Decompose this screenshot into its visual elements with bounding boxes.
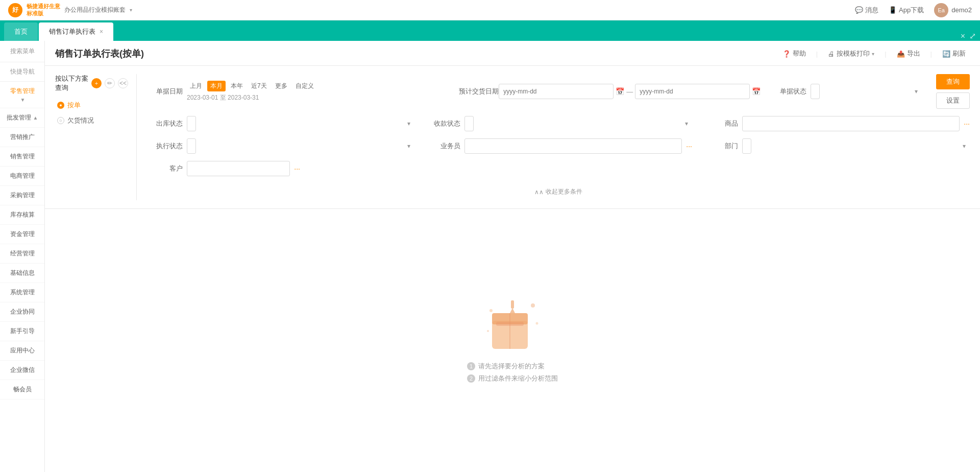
query-btn-group: 查询 设置 [936, 74, 970, 109]
svg-point-6 [536, 322, 538, 324]
operations-label: 经营管理 [10, 249, 35, 258]
expected-date-end[interactable] [635, 84, 750, 99]
scheme-shortage[interactable]: ○ 欠货情况 [55, 113, 128, 128]
sidebar-item-basic[interactable]: 基础信息 [0, 264, 44, 283]
goods-dots-icon[interactable]: ··· [964, 120, 970, 128]
date-tab-custom[interactable]: 自定义 [292, 81, 317, 91]
date-tab-this-month[interactable]: 本月 [207, 81, 226, 91]
export-label: 导出 [907, 49, 920, 58]
window-close-btn[interactable]: × [961, 32, 965, 41]
svg-point-7 [487, 330, 489, 332]
goods-input[interactable] [742, 116, 960, 131]
date-tab-more[interactable]: 更多 [272, 81, 290, 91]
user-name: demo2 [951, 6, 972, 14]
sidebar-item-finance[interactable]: 资金管理 [0, 225, 44, 244]
scheme-by-order[interactable]: ● 按单 [55, 98, 128, 113]
tab-close-icon[interactable]: × [100, 28, 103, 35]
single-status-select[interactable] [811, 84, 820, 99]
print-dropdown-icon[interactable]: ▾ [872, 51, 874, 57]
dept-select[interactable] [742, 138, 751, 154]
topbar: 好 畅捷通好生意 标准版 办公用品行业模拟账套 ▾ 💬 消息 📱 App下载 E… [0, 0, 980, 20]
sidebar-item-marketing[interactable]: 营销推广 [0, 128, 44, 147]
app-download-btn[interactable]: 📱 App下载 [889, 6, 924, 15]
date-tab-last-month[interactable]: 上月 [187, 81, 205, 91]
logo-icon: 好 [8, 3, 22, 17]
logo-text: 畅捷通好生意 标准版 [27, 3, 60, 16]
marketing-label: 营销推广 [10, 133, 35, 141]
add-scheme-btn[interactable]: + [91, 78, 102, 88]
window-expand-btn[interactable]: ⤢ [969, 31, 976, 41]
calendar-end-icon[interactable]: 📅 [752, 87, 761, 96]
newbie-label: 新手引导 [10, 327, 35, 336]
salesman-input[interactable] [464, 138, 682, 154]
refresh-icon: 🔄 [942, 50, 950, 58]
empty-hints: 1 请先选择要分析的方案 2 用过滤条件来缩小分析范围 [467, 362, 558, 386]
sidebar-item-purchase[interactable]: 采购管理 [0, 186, 44, 205]
expected-date-range: 📅 — 📅 [499, 84, 761, 99]
sidebar-item-member[interactable]: 畅会员 [0, 380, 44, 399]
receipt-status-select[interactable] [464, 116, 474, 131]
query-btn[interactable]: 查询 [936, 74, 970, 89]
inventory-label: 库存核算 [10, 210, 35, 219]
sidebar-item-sales[interactable]: 销售管理 [0, 147, 44, 167]
collapse-sidebar-btn[interactable]: << [118, 78, 128, 88]
refresh-btn[interactable]: 🔄 刷新 [938, 47, 970, 60]
sidebar-item-retail[interactable]: 零售管理 ▼ [0, 82, 44, 108]
sidebar-quick-label[interactable]: 快捷导航 [4, 65, 40, 78]
page-title: 销售订单执行表(按单) [55, 48, 144, 60]
page-title-row: 销售订单执行表(按单) ❓ 帮助 | 🖨 按模板打印 ▾ | 📤 [55, 47, 970, 60]
app-dropdown-icon[interactable]: ▾ [130, 7, 132, 13]
user-menu[interactable]: Ea demo2 [934, 3, 972, 17]
divider3: | [930, 50, 932, 58]
page-header: 销售订单执行表(按单) ❓ 帮助 | 🖨 按模板打印 ▾ | 📤 [45, 41, 980, 66]
sidebar-item-operations[interactable]: 经营管理 [0, 244, 44, 264]
divider1: | [816, 50, 818, 58]
salesman-dots-icon[interactable]: ··· [686, 142, 692, 150]
expected-date-start[interactable] [499, 84, 614, 99]
settings-btn[interactable]: 设置 [936, 92, 970, 109]
filter-row-4: 客户 ··· [147, 161, 970, 176]
date-tab-7days[interactable]: 近7天 [248, 81, 270, 91]
enterprise-label: 企业协同 [10, 308, 35, 316]
exec-status-wrap [187, 138, 414, 154]
sidebar-item-ecommerce[interactable]: 电商管理 [0, 167, 44, 186]
sidebar-search[interactable]: 搜索菜单 [0, 41, 44, 62]
sidebar: 搜索菜单 快捷导航 零售管理 ▼ 批发管理 ▲ 营销推广 销售管理 电商管理 采… [0, 41, 45, 472]
delivery-status-select[interactable] [187, 116, 196, 131]
sidebar-search-label[interactable]: 搜索菜单 [4, 45, 40, 58]
exec-status-select[interactable] [187, 138, 196, 154]
expected-date-label: 预计交货日期 [459, 87, 495, 96]
svg-point-5 [531, 303, 535, 308]
edit-scheme-btn[interactable]: ✏ [105, 78, 115, 88]
tab-home[interactable]: 首页 [4, 22, 38, 41]
customer-input[interactable] [187, 161, 290, 176]
help-btn[interactable]: ❓ 帮助 [778, 47, 810, 60]
export-btn[interactable]: 📤 导出 [893, 47, 924, 60]
topbar-left: 好 畅捷通好生意 标准版 办公用品行业模拟账套 ▾ [8, 3, 132, 17]
date-separator: — [626, 88, 633, 96]
sidebar-item-system[interactable]: 系统管理 [0, 283, 44, 302]
scheme-shortage-label: 欠货情况 [67, 116, 94, 125]
field-receipt-status: 收款状态 [425, 116, 692, 131]
sidebar-item-wechat[interactable]: 企业微信 [0, 361, 44, 380]
wechat-label: 企业微信 [10, 366, 35, 374]
sidebar-item-appstore[interactable]: 应用中心 [0, 341, 44, 361]
date-tab-this-year[interactable]: 本年 [228, 81, 246, 91]
app-title: 办公用品行业模拟账套 [64, 6, 126, 14]
sidebar-quick[interactable]: 快捷导航 [0, 62, 44, 82]
calendar-start-icon[interactable]: 📅 [616, 87, 624, 96]
filter-row-3: 执行状态 业务员 ··· [147, 138, 970, 154]
sidebar-item-newbie[interactable]: 新手引导 [0, 322, 44, 341]
customer-dots-icon[interactable]: ··· [294, 164, 300, 173]
sidebar-item-wholesale[interactable]: 批发管理 ▲ [0, 108, 44, 128]
print-btn[interactable]: 🖨 按模板打印 ▾ [824, 47, 878, 60]
topbar-right: 💬 消息 📱 App下载 Ea demo2 [855, 3, 972, 17]
field-delivery-status: 出库状态 [147, 116, 414, 131]
sidebar-item-enterprise[interactable]: 企业协同 [0, 302, 44, 322]
dept-wrap [742, 138, 970, 154]
sidebar-item-inventory[interactable]: 库存核算 [0, 205, 44, 225]
sales-label: 销售管理 [10, 152, 35, 161]
collapse-bar[interactable]: ∧∧ 收起更多条件 [147, 183, 970, 200]
tab-sales-order[interactable]: 销售订单执行表 × [39, 22, 113, 41]
message-btn[interactable]: 💬 消息 [855, 6, 878, 15]
